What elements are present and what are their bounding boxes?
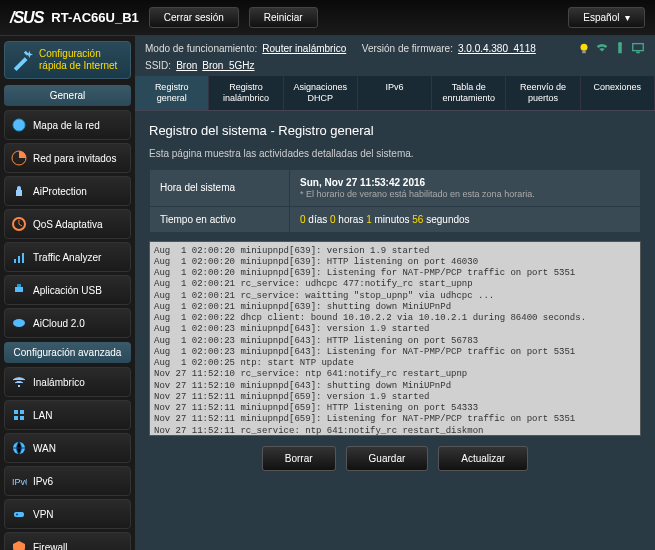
ssid-1[interactable]: Bron [176,60,197,71]
uptime-label: Tiempo en activo [150,206,290,232]
button-row: Borrar Guardar Actualizar [149,446,641,471]
nav-item[interactable]: WAN [4,433,131,463]
nav-icon [11,374,27,390]
svg-rect-12 [14,512,24,517]
nav-icon [11,315,27,331]
nav-item[interactable]: Firewall [4,532,131,550]
page-title: Registro del sistema - Registro general [149,123,641,138]
nav-item[interactable]: VPN [4,499,131,529]
time-label: Hora del sistema [150,169,290,206]
nav-icon [11,506,27,522]
fw-link[interactable]: 3.0.0.4.380_4118 [458,43,536,54]
info-bar: Modo de funcionamiento: Router inalámbri… [135,36,655,60]
tab-bar: Registro generalRegistro inalámbricoAsig… [135,76,655,111]
nav-label: Firewall [33,542,67,551]
nav-icon [11,117,27,133]
nav-item[interactable]: Inalámbrico [4,367,131,397]
nav-label: AiCloud 2.0 [33,318,85,329]
nav-label: LAN [33,410,52,421]
mode-link[interactable]: Router inalámbrico [262,43,346,54]
nav-icon: IPv6 [11,473,27,489]
tab[interactable]: Registro general [135,76,209,110]
save-button[interactable]: Guardar [346,446,429,471]
usb-icon[interactable] [613,41,627,55]
svg-rect-7 [15,287,23,292]
svg-rect-2 [16,190,22,196]
nav-label: Red para invitados [33,153,116,164]
nav-item[interactable]: IPv6IPv6 [4,466,131,496]
system-log[interactable]: Aug 1 02:00:20 miniupnpd[639]: version 1… [149,241,641,436]
brand-logo: /SUS [10,9,43,27]
uptime-value: 0 días 0 horas 1 minutos 56 segundos [290,206,641,232]
svg-rect-6 [22,253,24,263]
screen-icon[interactable] [631,41,645,55]
refresh-button[interactable]: Actualizar [438,446,528,471]
time-value: Sun, Nov 27 11:53:42 2016 [300,177,425,188]
ssid-label: SSID: [145,60,171,71]
nav-item[interactable]: Traffic Analyzer [4,242,131,272]
status-icons [577,41,645,55]
main-content: Modo de funcionamiento: Router inalámbri… [135,36,655,550]
page-desc: Esta página muestra las actividades deta… [149,148,641,159]
tab[interactable]: Conexiones [581,76,655,110]
svg-rect-19 [636,52,640,54]
ssid-2[interactable]: Bron_5GHz [202,60,254,71]
tab[interactable]: Tabla de enrutamiento [432,76,506,110]
clear-button[interactable]: Borrar [262,446,336,471]
logout-button[interactable]: Cerrar sesión [149,7,239,28]
nav-item[interactable]: Aplicación USB [4,275,131,305]
svg-rect-18 [633,44,644,51]
system-info-table: Hora del sistema Sun, Nov 27 11:53:42 20… [149,169,641,233]
nav-label: QoS Adaptativa [33,219,103,230]
nav-icon [11,539,27,550]
language-select[interactable]: Español ▾ [568,7,645,28]
qis-button[interactable]: Configuración rápida de Internet [4,41,131,79]
svg-point-13 [16,514,18,516]
top-header: /SUS RT-AC66U_B1 Cerrar sesión Reiniciar… [0,0,655,36]
nav-icon [11,249,27,265]
svg-text:IPv6: IPv6 [12,477,27,487]
nav-icon [11,282,27,298]
ssid-bar: SSID: Bron Bron_5GHz [135,60,655,76]
wifi-icon[interactable] [595,41,609,55]
reboot-button[interactable]: Reiniciar [249,7,318,28]
nav-item[interactable]: Red para invitados [4,143,131,173]
nav-label: Mapa de la red [33,120,100,131]
nav-item[interactable]: AiProtection [4,176,131,206]
section-general: General [4,85,131,106]
svg-rect-5 [18,256,20,263]
tab[interactable]: Registro inalámbrico [209,76,283,110]
sidebar: Configuración rápida de Internet General… [0,36,135,550]
svg-point-9 [13,319,25,327]
svg-rect-8 [17,284,21,287]
nav-label: WAN [33,443,56,454]
svg-point-14 [581,44,588,51]
nav-item[interactable]: LAN [4,400,131,430]
svg-point-0 [13,119,25,131]
tab[interactable]: Asignaciones DHCP [284,76,358,110]
nav-label: IPv6 [33,476,53,487]
qis-label: Configuración rápida de Internet [39,48,124,72]
tab[interactable]: Reenvío de puertos [506,76,580,110]
bulb-icon[interactable] [577,41,591,55]
nav-label: VPN [33,509,54,520]
magic-wand-icon [11,49,33,71]
fw-label: Versión de firmware: [362,43,453,54]
nav-icon [11,150,27,166]
nav-item[interactable]: Mapa de la red [4,110,131,140]
section-advanced: Configuración avanzada [4,342,131,363]
mode-label: Modo de funcionamiento: [145,43,257,54]
svg-point-17 [618,42,622,46]
nav-label: AiProtection [33,186,87,197]
nav-item[interactable]: AiCloud 2.0 [4,308,131,338]
svg-rect-15 [582,51,586,54]
nav-icon [11,183,27,199]
nav-item[interactable]: QoS Adaptativa [4,209,131,239]
nav-icon [11,407,27,423]
nav-label: Aplicación USB [33,285,102,296]
model-name: RT-AC66U_B1 [51,10,138,25]
nav-icon [11,216,27,232]
tab[interactable]: IPv6 [358,76,432,110]
nav-icon [11,440,27,456]
dst-note: * El horario de verano está habilitado e… [300,189,535,199]
